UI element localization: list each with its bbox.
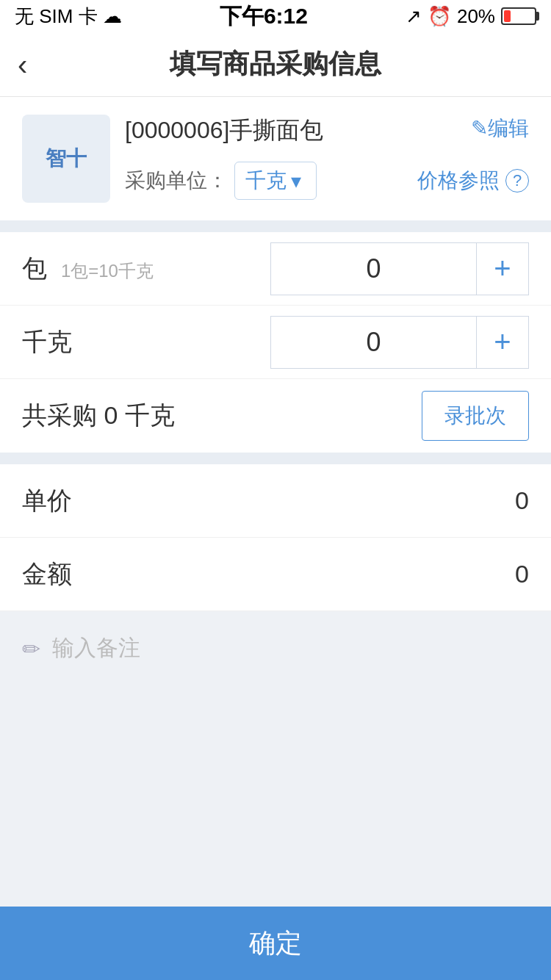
unit-prefix: 采购单位：: [125, 169, 228, 192]
input-section: 包 1包=10千克 + 千克 +: [0, 232, 551, 379]
dropdown-arrow-icon: ▾: [291, 169, 301, 193]
price-section: 单价 0 金额 0: [0, 464, 551, 611]
product-card: 智十 [0000006]手撕面包 ✎编辑 采购单位： 千克 ▾ 价格参照 ?: [0, 97, 551, 220]
status-left: 无 SIM 卡 ☁: [15, 4, 122, 29]
amount-label: 金额: [22, 558, 72, 591]
unit-row: 采购单位： 千克 ▾ 价格参照 ?: [125, 162, 529, 200]
page-title: 填写商品采购信息: [170, 46, 381, 82]
back-button[interactable]: ‹: [18, 50, 27, 79]
unit-select[interactable]: 千克 ▾: [234, 162, 317, 200]
kg-label: 千克: [22, 325, 72, 359]
unit-value: 千克: [245, 167, 287, 195]
battery-icon: [501, 7, 536, 25]
kg-plus-button[interactable]: +: [476, 316, 529, 369]
bag-sublabel: 1包=10千克: [61, 261, 154, 281]
kg-input-row: 千克 +: [0, 306, 551, 379]
main-content: 智十 [0000006]手撕面包 ✎编辑 采购单位： 千克 ▾ 价格参照 ?: [0, 97, 551, 980]
status-time: 下午6:12: [220, 1, 308, 32]
amount-value: 0: [515, 560, 529, 588]
amount-row: 金额 0: [0, 538, 551, 611]
confirm-button[interactable]: 确定: [0, 907, 551, 980]
bag-plus-icon: +: [494, 252, 511, 285]
bag-label-group: 包 1包=10千克: [22, 252, 154, 286]
product-logo: 智十: [46, 145, 87, 173]
section-divider-1: [0, 220, 551, 232]
sim-status: 无 SIM 卡 ☁: [15, 4, 122, 29]
pencil-icon: ✏: [22, 636, 40, 662]
status-bar: 无 SIM 卡 ☁ 下午6:12 ↗ ⏰ 20%: [0, 0, 551, 32]
nav-bar: ‹ 填写商品采购信息: [0, 32, 551, 97]
battery-percent: 20%: [457, 5, 495, 28]
kg-plus-icon: +: [494, 325, 511, 359]
status-right: ↗ ⏰ 20%: [406, 5, 536, 28]
unit-price-value: 0: [515, 486, 529, 515]
bag-label: 包: [22, 254, 47, 282]
edit-button[interactable]: ✎编辑: [471, 115, 529, 143]
unit-price-label: 单价: [22, 484, 72, 518]
unit-label-group: 采购单位： 千克 ▾: [125, 162, 317, 200]
bag-input-group: +: [270, 242, 529, 295]
info-icon: ?: [505, 169, 529, 192]
product-logo-text: 智十: [46, 145, 87, 173]
product-name-row: [0000006]手撕面包 ✎编辑: [125, 115, 529, 147]
product-info: [0000006]手撕面包 ✎编辑 采购单位： 千克 ▾ 价格参照 ?: [125, 115, 529, 200]
battery-fill: [504, 10, 511, 22]
empty-area: [0, 729, 551, 934]
bag-plus-button[interactable]: +: [476, 242, 529, 295]
total-row: 共采购 0 千克 录批次: [0, 379, 551, 453]
batch-button[interactable]: 录批次: [422, 391, 529, 441]
kg-input-group: +: [270, 316, 529, 369]
location-icon: ↗: [406, 5, 422, 28]
price-ref-label: 价格参照: [417, 167, 500, 195]
kg-quantity-input[interactable]: [270, 316, 476, 369]
product-image: 智十: [22, 115, 110, 203]
bag-quantity-input[interactable]: [270, 242, 476, 295]
unit-price-row: 单价 0: [0, 464, 551, 538]
section-divider-2: [0, 453, 551, 464]
note-placeholder: 输入备注: [52, 633, 140, 663]
total-label: 共采购 0 千克: [22, 399, 175, 433]
price-ref-button[interactable]: 价格参照 ?: [417, 167, 529, 195]
product-name: [0000006]手撕面包: [125, 115, 323, 147]
note-section[interactable]: ✏ 输入备注: [0, 611, 551, 729]
alarm-icon: ⏰: [428, 5, 451, 28]
bag-input-row: 包 1包=10千克 +: [0, 232, 551, 306]
